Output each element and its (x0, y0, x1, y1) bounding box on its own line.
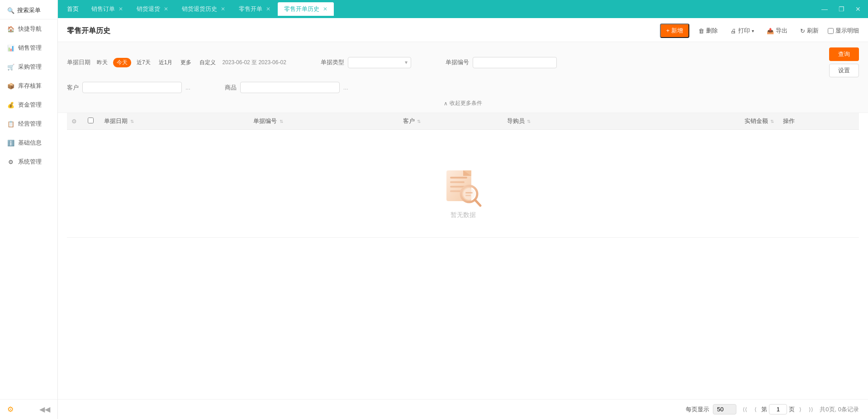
main-area: 首页 销售订单 ✕ 销货退货 ✕ 销货退货历史 ✕ 零售开单 ✕ 零售开单历史 … (58, 0, 868, 419)
tab-label: 销货退货历史 (182, 5, 217, 13)
page-label: 页 (789, 405, 795, 414)
restore-icon[interactable]: ❐ (835, 4, 848, 14)
tab-retail-open[interactable]: 零售开单 ✕ (232, 2, 277, 16)
prev-page-button[interactable]: ⟨ (752, 405, 759, 414)
sidebar-label: 快捷导航 (18, 25, 42, 33)
page-number-input[interactable] (769, 404, 787, 414)
display-detail-checkbox[interactable] (828, 28, 834, 34)
filter-row-2: 客户 ... 商品 ... (67, 82, 859, 93)
filter-row-1: 单据日期 昨天 今天 近7天 近1月 更多 自定义 2023-06-02 至 2… (67, 47, 859, 77)
sidebar-item-quick-nav[interactable]: 🏠 快捷导航 (0, 19, 57, 38)
product-filter-section: 商品 ... (225, 82, 348, 93)
sidebar-item-sales-mgmt[interactable]: 📊 销售管理 (0, 38, 57, 57)
date-option-more[interactable]: 更多 (178, 58, 194, 67)
empty-state-cell: 暂无数据 (67, 130, 859, 238)
sidebar-item-basic-info[interactable]: ℹ️ 基础信息 (0, 133, 57, 152)
date-option-1month[interactable]: 近1月 (156, 58, 175, 67)
data-table: ⚙ 单据日期 ⇅ 单据编号 ⇅ (67, 113, 859, 238)
add-button[interactable]: + 新增 (660, 24, 689, 38)
filter-area: 单据日期 昨天 今天 近7天 近1月 更多 自定义 2023-06-02 至 2… (58, 42, 868, 113)
print-label: 打印 (738, 27, 750, 35)
tab-home[interactable]: 首页 (62, 2, 84, 16)
tab-bar-right: — ❐ ✕ (818, 4, 864, 14)
product-picker-icon[interactable]: ... (343, 84, 348, 91)
display-detail-toggle[interactable]: 显示明细 (828, 27, 859, 35)
tab-close-icon[interactable]: ✕ (164, 6, 168, 12)
sidebar-label: 销售管理 (18, 44, 42, 52)
date-option-today[interactable]: 今天 (113, 58, 131, 67)
customer-input[interactable] (82, 82, 182, 93)
order-no-input[interactable] (473, 57, 557, 68)
date-option-7days[interactable]: 近7天 (134, 58, 153, 67)
page-title: 零售开单历史 (67, 26, 110, 36)
refresh-button[interactable]: ↻ 刷新 (797, 25, 822, 37)
page-header: 零售开单历史 + 新增 🗑 删除 🖨 打印 ▾ 📤 导出 ↻ (58, 18, 868, 42)
tab-close-icon[interactable]: ✕ (119, 6, 123, 12)
sidebar-label: 采购管理 (18, 63, 42, 71)
column-settings-icon[interactable]: ⚙ (71, 118, 77, 125)
order-type-section: 单据类型 (321, 57, 411, 68)
th-customer-label: 客户 (403, 118, 415, 124)
tab-close-icon[interactable]: ✕ (266, 6, 270, 12)
svg-line-9 (475, 200, 480, 206)
minimize-icon[interactable]: — (818, 4, 831, 14)
tab-sales-order[interactable]: 销售订单 ✕ (85, 2, 129, 16)
select-all-checkbox[interactable] (88, 118, 94, 123)
collapse-sidebar-icon[interactable]: ◀◀ (39, 405, 50, 414)
action-buttons: 查询 设置 (829, 47, 859, 77)
order-no-label: 单据编号 (446, 58, 469, 66)
settings-icon[interactable]: ⚙ (7, 405, 14, 414)
collapse-more-btn[interactable]: ∧ 收起更多条件 (67, 98, 859, 107)
export-button[interactable]: 📤 导出 (763, 25, 791, 37)
product-input[interactable] (240, 82, 340, 93)
sidebar-item-inventory[interactable]: 📦 库存核算 (0, 76, 57, 95)
tab-sales-return[interactable]: 销货退货 ✕ (130, 2, 175, 16)
date-options: 昨天 今天 近7天 近1月 更多 自定义 (94, 58, 218, 67)
chart-icon: 📊 (7, 44, 14, 52)
sidebar-label: 系统管理 (18, 158, 42, 166)
sort-salesperson-icon[interactable]: ⇅ (527, 119, 531, 124)
tab-sales-return-history[interactable]: 销货退货历史 ✕ (175, 2, 232, 16)
th-settings[interactable]: ⚙ (67, 113, 83, 130)
first-page-button[interactable]: ⟨⟨ (740, 405, 750, 414)
th-no: 单据编号 ⇅ (249, 113, 398, 130)
tab-retail-history[interactable]: 零售开单历史 ✕ (278, 2, 334, 16)
close-window-icon[interactable]: ✕ (852, 4, 864, 14)
delete-icon: 🗑 (698, 28, 704, 34)
date-filter-label: 单据日期 (67, 58, 90, 66)
date-option-custom[interactable]: 自定义 (197, 58, 218, 67)
tab-close-icon[interactable]: ✕ (221, 6, 225, 12)
query-button[interactable]: 查询 (829, 47, 859, 61)
cart-icon: 🛒 (7, 63, 14, 71)
print-button[interactable]: 🖨 打印 ▾ (727, 25, 758, 37)
empty-illustration (438, 166, 488, 211)
order-type-select[interactable] (348, 57, 411, 68)
next-page-button[interactable]: ⟩ (797, 405, 804, 414)
order-type-select-wrap (348, 57, 411, 68)
per-page-select[interactable]: 50 100 200 (713, 404, 736, 414)
sort-amount-icon[interactable]: ⇅ (770, 119, 774, 124)
filter-settings-button[interactable]: 设置 (829, 64, 859, 77)
sort-customer-icon[interactable]: ⇅ (417, 119, 421, 124)
sort-date-icon[interactable]: ⇅ (130, 119, 134, 124)
date-filter-section: 单据日期 昨天 今天 近7天 近1月 更多 自定义 2023-06-02 至 2… (67, 58, 286, 67)
order-type-label: 单据类型 (321, 58, 344, 66)
sidebar-item-operations[interactable]: 📋 经营管理 (0, 114, 57, 133)
sort-no-icon[interactable]: ⇅ (280, 119, 283, 124)
sidebar-item-finance[interactable]: 💰 资金管理 (0, 95, 57, 114)
print-icon: 🖨 (730, 28, 736, 34)
sidebar-search-btn[interactable]: 🔍 搜索采单 (0, 0, 57, 19)
customer-picker-icon[interactable]: ... (185, 84, 190, 91)
sidebar: 🔍 搜索采单 🏠 快捷导航 📊 销售管理 🛒 采购管理 📦 库存核算 💰 资金管… (0, 0, 58, 419)
tab-close-icon[interactable]: ✕ (323, 6, 327, 12)
last-page-button[interactable]: ⟩⟩ (806, 405, 816, 414)
delete-button[interactable]: 🗑 删除 (695, 25, 721, 37)
collapse-label: 收起更多条件 (450, 99, 482, 107)
sidebar-item-system[interactable]: ⚙ 系统管理 (0, 152, 57, 171)
svg-rect-10 (465, 192, 473, 193)
th-date: 单据日期 ⇅ (100, 113, 249, 130)
date-option-yesterday[interactable]: 昨天 (94, 58, 110, 67)
refresh-label: 刷新 (807, 27, 819, 35)
sidebar-item-purchase-mgmt[interactable]: 🛒 采购管理 (0, 57, 57, 76)
product-label: 商品 (225, 84, 237, 92)
